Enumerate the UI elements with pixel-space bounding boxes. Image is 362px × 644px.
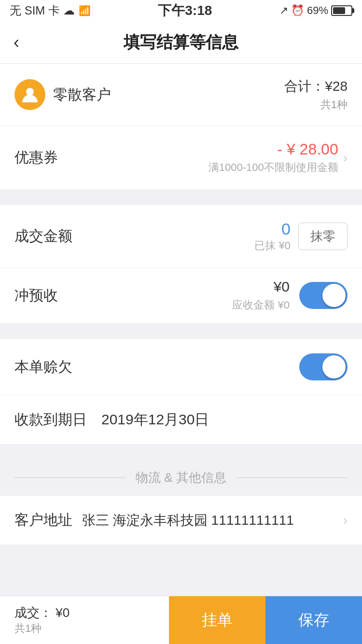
prepayment-label: 冲预收 xyxy=(14,286,58,306)
coupon-desc: 满1000-100不限制使用金额 xyxy=(209,160,338,175)
person-icon xyxy=(20,85,40,104)
deal-amount-value: 0 xyxy=(254,220,291,238)
bottom-info: 成交： ¥0 共1种 xyxy=(0,596,169,644)
debt-label: 本单赊欠 xyxy=(14,357,72,377)
status-right: ↗ ⏰ 69% xyxy=(279,4,352,17)
coupon-right: - ¥ 28.00 满1000-100不限制使用金额 › xyxy=(209,140,348,175)
coupon-label: 优惠券 xyxy=(14,148,58,168)
section-divider-3 xyxy=(0,452,362,460)
prepayment-toggle[interactable] xyxy=(299,282,348,309)
due-date-label: 收款到期日 xyxy=(14,410,87,430)
logistics-divider: 物流 & 其他信息 xyxy=(0,460,362,496)
address-section: 客户地址 张三 海淀永丰科技园 11111111111 › xyxy=(0,496,362,545)
customer-row: 零散客户 合计：¥28 共1种 xyxy=(0,64,362,126)
divider-line-right xyxy=(236,477,348,478)
address-chevron-icon: › xyxy=(343,513,348,528)
wifi-icon: 📶 xyxy=(79,5,91,16)
save-button[interactable]: 保存 xyxy=(265,596,362,644)
page-title: 填写结算等信息 xyxy=(124,31,238,54)
deal-amount-label: 成交金额 xyxy=(14,226,72,246)
svg-point-0 xyxy=(26,88,34,96)
status-bar: 无 SIM 卡 ☁ 📶 下午3:18 ↗ ⏰ 69% xyxy=(0,0,362,21)
deal-amount-sub: 已抹 ¥0 xyxy=(254,238,291,253)
debt-row: 本单赊欠 xyxy=(0,338,362,395)
address-value: 张三 海淀永丰科技园 11111111111 xyxy=(82,511,334,530)
address-label: 客户地址 xyxy=(14,510,72,530)
coupon-chevron-icon: › xyxy=(343,150,348,166)
prepayment-right: ¥0 应收金额 ¥0 xyxy=(232,279,348,312)
debt-toggle-knob xyxy=(322,355,346,378)
status-time: 下午3:18 xyxy=(158,1,212,20)
deal-amount-right: 0 已抹 ¥0 抹零 xyxy=(254,220,348,253)
section-divider-1 xyxy=(0,197,362,205)
customer-left: 零散客户 xyxy=(14,79,111,110)
due-date-row: 收款到期日 2019年12月30日 xyxy=(0,395,362,444)
divider-line-left xyxy=(14,477,126,478)
section-divider-2 xyxy=(0,331,362,338)
customer-right: 合计：¥28 共1种 xyxy=(284,77,348,112)
customer-total: 合计：¥28 xyxy=(284,77,348,96)
nav-bar: ‹ 填写结算等信息 xyxy=(0,21,362,64)
coupon-content: - ¥ 28.00 满1000-100不限制使用金额 xyxy=(209,140,338,175)
prepayment-values: ¥0 应收金额 ¥0 xyxy=(232,279,290,312)
battery-label: 69% xyxy=(307,4,328,17)
bottom-count: 共1种 xyxy=(14,621,154,636)
alarm-icon: ⏰ xyxy=(291,4,304,17)
battery-icon xyxy=(331,5,352,16)
bottom-deal-value: ¥0 xyxy=(56,605,70,620)
prepayment-sub: 应收金额 ¥0 xyxy=(232,298,290,312)
bottom-bar: 成交： ¥0 共1种 挂单 保存 xyxy=(0,596,362,644)
bottom-deal-label: 成交： xyxy=(14,605,52,620)
due-date-value: 2019年12月30日 xyxy=(101,410,209,430)
customer-section: 零散客户 合计：¥28 共1种 优惠券 - ¥ 28.00 满1000-100不… xyxy=(0,64,362,189)
prepayment-value: ¥0 xyxy=(274,279,290,295)
status-left: 无 SIM 卡 ☁ 📶 xyxy=(10,3,91,18)
round-zero-button[interactable]: 抹零 xyxy=(298,223,348,250)
sim-label: 无 SIM 卡 ☁ xyxy=(10,3,75,18)
avatar xyxy=(14,79,45,110)
location-icon: ↗ xyxy=(279,4,288,17)
coupon-amount: - ¥ 28.00 xyxy=(209,140,338,158)
prepayment-row: 冲预收 ¥0 应收金额 ¥0 xyxy=(0,267,362,323)
back-button[interactable]: ‹ xyxy=(14,32,19,53)
customer-count: 共1种 xyxy=(284,98,348,112)
address-row[interactable]: 客户地址 张三 海淀永丰科技园 11111111111 › xyxy=(0,496,362,545)
deal-section: 成交金额 0 已抹 ¥0 抹零 冲预收 ¥0 应收金额 ¥0 xyxy=(0,205,362,323)
customer-name: 零散客户 xyxy=(53,85,111,105)
deal-amount-row: 成交金额 0 已抹 ¥0 抹零 xyxy=(0,205,362,267)
toggle-knob xyxy=(322,284,346,307)
debt-toggle[interactable] xyxy=(299,353,348,380)
coupon-row[interactable]: 优惠券 - ¥ 28.00 满1000-100不限制使用金额 › xyxy=(0,126,362,189)
hang-button[interactable]: 挂单 xyxy=(169,596,265,644)
debt-section: 本单赊欠 收款到期日 2019年12月30日 xyxy=(0,338,362,444)
bottom-deal-text: 成交： ¥0 xyxy=(14,604,154,621)
logistics-label: 物流 & 其他信息 xyxy=(136,469,226,486)
